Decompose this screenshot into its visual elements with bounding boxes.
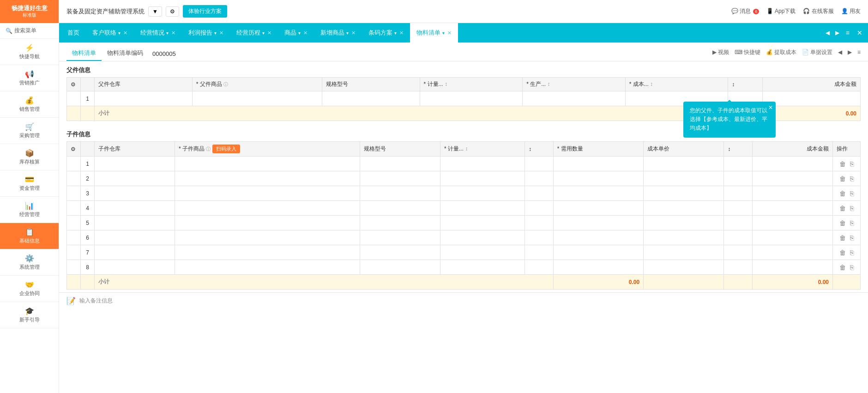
child-row-quantity[interactable] (553, 216, 644, 230)
child-row-product[interactable] (175, 201, 360, 216)
nav-prev-btn[interactable]: ◀ (823, 30, 832, 36)
delete-icon[interactable]: 🗑 (839, 175, 846, 182)
settings-btn[interactable]: ⚙ (166, 6, 179, 17)
child-row-product[interactable] (175, 230, 360, 245)
tab-customers-close[interactable]: ✕ (123, 30, 127, 36)
child-row-unit[interactable] (440, 171, 525, 186)
sidebar-item-search[interactable]: 🔍 搜索菜单 (0, 23, 59, 39)
scan-input-btn[interactable]: 扫码录入 (212, 145, 240, 153)
tab-history-close[interactable]: ✕ (267, 30, 271, 36)
child-row-spec[interactable] (360, 245, 440, 260)
setting-btn[interactable]: 📄 单据设置 (802, 48, 832, 56)
sidebar-item-marketing[interactable]: 📢 营销推广 (0, 65, 59, 91)
tab-bom-close[interactable]: ✕ (447, 30, 452, 36)
cost-btn[interactable]: 💰 提取成本 (766, 48, 796, 56)
tab-new-product[interactable]: 新增商品 ▾ ✕ (314, 23, 362, 42)
experience-btn[interactable]: 体验行业方案 (183, 5, 227, 18)
child-row-spec[interactable] (360, 186, 440, 201)
parent-row-warehouse[interactable] (95, 91, 193, 106)
child-row-warehouse[interactable] (95, 186, 175, 201)
child-row-unit[interactable] (440, 201, 525, 216)
user-avatar[interactable]: 👤 用友 (841, 7, 861, 15)
parent-row-produce[interactable] (523, 91, 626, 106)
shortcut-btn[interactable]: ⌨ 快捷键 (735, 48, 760, 56)
tab-bom[interactable]: 物料清单 ▾ ✕ (410, 23, 458, 42)
child-row-unit-cost[interactable] (644, 201, 724, 216)
pagination-prev[interactable]: ◀ (838, 49, 842, 55)
parent-row-unit[interactable] (420, 91, 523, 106)
nav-list-btn[interactable]: ≡ (842, 29, 853, 36)
child-row-quantity[interactable] (553, 186, 644, 201)
parent-th-gear[interactable]: ⚙ (67, 78, 81, 91)
tab-customers[interactable]: 客户联络 ▾ ✕ (86, 23, 134, 42)
sidebar-item-purchase[interactable]: 🛒 采购管理 (0, 118, 59, 144)
delete-icon[interactable]: 🗑 (839, 160, 846, 168)
sidebar-item-quicknav[interactable]: ⚡ 快捷导航 (0, 39, 59, 65)
child-row-unit-cost[interactable] (644, 216, 724, 230)
child-row-quantity[interactable] (553, 157, 644, 171)
online-service-btn[interactable]: 🎧 在线客服 (803, 7, 833, 15)
child-row-spec[interactable] (360, 260, 440, 275)
sidebar-item-sales[interactable]: 💰 销售管理 (0, 91, 59, 118)
tab-products[interactable]: 商品 ▾ ✕ (278, 23, 314, 42)
copy-icon[interactable]: ⎘ (850, 264, 854, 271)
child-row-spec[interactable] (360, 201, 440, 216)
pagination-next[interactable]: ▶ (848, 49, 852, 55)
child-row-warehouse[interactable] (95, 245, 175, 260)
sub-tab-bom-code[interactable]: 物料清单编码 (102, 46, 149, 61)
child-row-spec[interactable] (360, 230, 440, 245)
app-download-btn[interactable]: 📱 App下载 (766, 7, 796, 15)
sidebar-item-operation[interactable]: 📊 经营管理 (0, 197, 59, 223)
child-row-unit-cost[interactable] (644, 230, 724, 245)
tab-barcode-close[interactable]: ✕ (399, 30, 404, 36)
tab-profit-close[interactable]: ✕ (219, 30, 223, 36)
child-row-unit-cost[interactable] (644, 157, 724, 171)
child-row-quantity[interactable] (553, 230, 644, 245)
sidebar-item-finance[interactable]: 💳 资金管理 (0, 170, 59, 197)
delete-icon[interactable]: 🗑 (839, 249, 846, 256)
child-row-warehouse[interactable] (95, 216, 175, 230)
delete-icon[interactable]: 🗑 (839, 219, 846, 227)
child-row-warehouse[interactable] (95, 157, 175, 171)
child-row-product[interactable] (175, 216, 360, 230)
child-row-spec[interactable] (360, 157, 440, 171)
child-row-unit[interactable] (440, 186, 525, 201)
nav-close-all-btn[interactable]: ✕ (853, 29, 866, 36)
child-row-unit[interactable] (440, 260, 525, 275)
child-row-unit[interactable] (440, 157, 525, 171)
child-row-warehouse[interactable] (95, 201, 175, 216)
delete-icon[interactable]: 🗑 (839, 234, 846, 242)
nav-next-btn[interactable]: ▶ (832, 30, 842, 36)
copy-icon[interactable]: ⎘ (850, 234, 854, 242)
child-row-spec[interactable] (360, 216, 440, 230)
sidebar-item-system[interactable]: ⚙️ 系统管理 (0, 249, 59, 276)
child-row-quantity[interactable] (553, 201, 644, 216)
child-row-warehouse[interactable] (95, 171, 175, 186)
delete-icon[interactable]: 🗑 (839, 190, 846, 197)
delete-icon[interactable]: 🗑 (839, 264, 846, 271)
sub-tab-bom-list[interactable]: 物料清单 (66, 46, 102, 61)
parent-row-spec[interactable] (322, 91, 420, 106)
child-row-product[interactable] (175, 245, 360, 260)
child-row-product[interactable] (175, 260, 360, 275)
child-row-quantity[interactable] (553, 245, 644, 260)
tab-history[interactable]: 经营历程 ▾ ✕ (230, 23, 278, 42)
child-row-warehouse[interactable] (95, 260, 175, 275)
copy-icon[interactable]: ⎘ (850, 190, 854, 197)
sidebar-item-inventory[interactable]: 📦 库存核算 (0, 144, 59, 170)
copy-icon[interactable]: ⎘ (850, 219, 854, 227)
copy-icon[interactable]: ⎘ (850, 175, 854, 182)
copy-icon[interactable]: ⎘ (850, 205, 854, 212)
child-row-product[interactable] (175, 157, 360, 171)
child-row-unit-cost[interactable] (644, 245, 724, 260)
sidebar-item-basic[interactable]: 📋 基础信息 (0, 223, 59, 249)
child-th-gear[interactable]: ⚙ (67, 142, 81, 157)
tab-profit[interactable]: 利润报告 ▾ ✕ (182, 23, 230, 42)
tab-barcode[interactable]: 条码方案 ▾ ✕ (362, 23, 410, 42)
sidebar-item-guide[interactable]: 🎓 新手引导 (0, 302, 59, 328)
tab-home[interactable]: 首页 (61, 23, 86, 42)
tab-new-product-close[interactable]: ✕ (351, 30, 356, 36)
tab-operations-close[interactable]: ✕ (171, 30, 175, 36)
layout-icon[interactable]: ≡ (857, 49, 861, 55)
message-btn[interactable]: 💬 消息 6 (731, 7, 760, 15)
